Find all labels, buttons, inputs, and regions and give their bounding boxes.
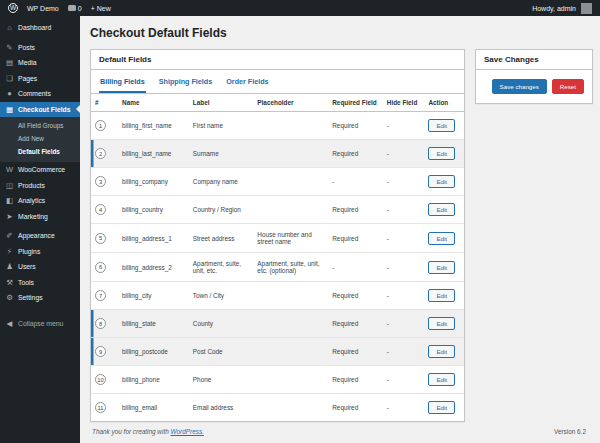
edit-button[interactable]: Edit [428, 261, 455, 274]
field-label: Apartment, suite, unit, etc. [189, 253, 254, 282]
table-row: 6 billing_address_2 Apartment, suite, un… [91, 253, 464, 282]
table-row: 10 billing_phone Phone Required - Edit [91, 366, 464, 394]
sidebar-item-products[interactable]: ◫ Products [0, 178, 80, 194]
main-content: Checkout Default Fields Default Fields B… [80, 16, 600, 443]
sidebar-subitem-add-new[interactable]: Add New [0, 132, 80, 145]
woocommerce-icon: W [5, 166, 14, 174]
posts-icon: ✎ [5, 44, 14, 52]
field-name: billing_email [118, 394, 189, 422]
edit-button[interactable]: Edit [428, 119, 455, 132]
field-required: Required [328, 282, 383, 310]
sidebar-subitem-all-field-groups[interactable]: All Field Groups [0, 119, 80, 132]
table-row: 5 billing_address_1 Street address House… [91, 224, 464, 253]
collapse-icon: ◀ [5, 320, 14, 328]
sidebar-item-comments[interactable]: ● Comments [0, 86, 80, 102]
field-required: - [328, 168, 383, 196]
row-number: 7 [95, 290, 106, 301]
admin-bar-left: W WP Demo 0 + New [8, 3, 111, 13]
sidebar-item-label: Plugins [18, 248, 40, 255]
field-hide: - [383, 140, 425, 168]
sidebar-item-label: Dashboard [18, 24, 51, 31]
field-name: billing_first_name [118, 112, 189, 140]
edit-button[interactable]: Edit [428, 345, 455, 358]
table-header-row: #NameLabelPlaceholderRequired FieldHide … [91, 94, 464, 112]
field-label: Phone [189, 366, 254, 394]
sidebar-subitem-default-fields[interactable]: Default Fields [0, 145, 80, 158]
sidebar-item-label: Appearance [18, 232, 55, 239]
sidebar-item-appearance[interactable]: ✐ Appearance [0, 228, 80, 244]
save-changes-button[interactable]: Save changes [492, 79, 547, 94]
tabs: Billing FieldsShipping FieldsOrder Field… [91, 70, 464, 94]
pages-icon: ❏ [5, 75, 14, 83]
field-placeholder: Apartment, suite, unit, etc. (optional) [253, 253, 328, 282]
tab-billing-fields[interactable]: Billing Fields [99, 76, 146, 93]
sidebar-item-posts[interactable]: ✎ Posts [0, 40, 80, 56]
field-hide: - [383, 112, 425, 140]
sidebar-item-checkout-fields[interactable]: ▦ Checkout Fields [0, 102, 80, 118]
row-number: 1 [95, 120, 106, 131]
table-row: 3 billing_company Company name - - Edit [91, 168, 464, 196]
page-title: Checkout Default Fields [90, 26, 588, 40]
wordpress-link[interactable]: WordPress. [171, 428, 204, 435]
site-name-link[interactable]: WP Demo [27, 5, 59, 12]
edit-button[interactable]: Edit [428, 175, 455, 188]
edit-button[interactable]: Edit [428, 203, 455, 216]
admin-bar-comments[interactable]: 0 [68, 5, 82, 12]
sidebar-item-settings[interactable]: ⚙ Settings [0, 290, 80, 306]
table-body: 1 billing_first_name First name Required… [91, 112, 464, 422]
sidebar-item-dashboard[interactable]: ⌂ Dashboard [0, 20, 80, 36]
table-row: 7 billing_city Town / City Required - Ed… [91, 282, 464, 310]
field-required: Required [328, 310, 383, 338]
howdy-admin-link[interactable]: Howdy, admin [532, 5, 576, 12]
column-header-label: Label [189, 94, 254, 112]
field-hide: - [383, 366, 425, 394]
edit-button[interactable]: Edit [428, 401, 455, 414]
sidebar-item-media[interactable]: ▤ Media [0, 55, 80, 71]
sidebar-item-analytics[interactable]: ◧ Analytics [0, 193, 80, 209]
column-header-: # [91, 94, 118, 112]
field-label: Email address [189, 394, 254, 422]
tab-shipping-fields[interactable]: Shipping Fields [158, 76, 214, 93]
field-label: First name [189, 112, 254, 140]
tools-icon: ⚒ [5, 279, 14, 287]
sidebar-item-users[interactable]: ♟ Users [0, 259, 80, 275]
field-label: Country / Region [189, 196, 254, 224]
sidebar-item-marketing[interactable]: ➤ Marketing [0, 209, 80, 225]
row-number: 11 [95, 402, 106, 413]
edit-button[interactable]: Edit [428, 232, 455, 245]
sidebar-item-woocommerce[interactable]: W WooCommerce [0, 162, 80, 178]
field-name: billing_city [118, 282, 189, 310]
edit-button[interactable]: Edit [428, 317, 455, 330]
field-required: Required [328, 366, 383, 394]
field-placeholder [253, 140, 328, 168]
sidebar-item-tools[interactable]: ⚒ Tools [0, 275, 80, 291]
row-number: 3 [95, 176, 106, 187]
column-header-name: Name [118, 94, 189, 112]
products-icon: ◫ [5, 182, 14, 190]
table-row: 11 billing_email Email address Required … [91, 394, 464, 422]
sidebar-menu: ⌂ Dashboard ✎ Posts ▤ Media ❏ Pages ● Co… [0, 20, 80, 331]
column-header-placeholder: Placeholder [253, 94, 328, 112]
comments-bubble-icon [68, 5, 76, 11]
fields-table: #NameLabelPlaceholderRequired FieldHide … [91, 94, 464, 421]
sidebar-item-label: Products [18, 182, 45, 189]
field-hide: - [383, 282, 425, 310]
sidebar-item-plugins[interactable]: ⚡ Plugins [0, 244, 80, 260]
field-hide: - [383, 310, 425, 338]
sidebar-item-collapse-menu[interactable]: ◀ Collapse menu [0, 316, 80, 332]
sidebar-item-pages[interactable]: ❏ Pages [0, 71, 80, 87]
reset-button[interactable]: Reset [552, 79, 584, 94]
edit-button[interactable]: Edit [428, 373, 455, 386]
row-number: 8 [95, 318, 106, 329]
field-required: Required [328, 394, 383, 422]
appearance-icon: ✐ [5, 232, 14, 240]
wordpress-logo-icon[interactable]: W [8, 3, 18, 13]
sidebar-item-label: Settings [18, 294, 43, 301]
field-name: billing_address_1 [118, 224, 189, 253]
tab-order-fields[interactable]: Order Fields [225, 76, 269, 93]
edit-button[interactable]: Edit [428, 289, 455, 302]
edit-button[interactable]: Edit [428, 147, 455, 160]
field-label: Post Code [189, 338, 254, 366]
new-content-button[interactable]: + New [91, 5, 111, 12]
field-name: billing_phone [118, 366, 189, 394]
